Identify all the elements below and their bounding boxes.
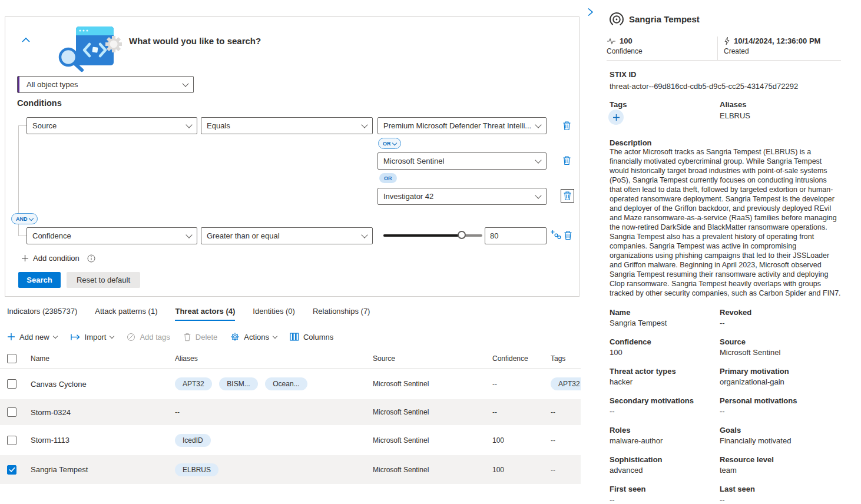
field-first-seen: First seen-- [610, 485, 720, 504]
condition1-value2-dropdown[interactable]: Microsoft Sentinel [377, 152, 547, 170]
table-row-canvas-cyclone[interactable]: Canvas Cyclone APT32 BISM... Ocean... Mi… [0, 369, 581, 400]
condition-connector-stub [18, 236, 27, 236]
expand-panel-chevron-right-icon[interactable] [586, 7, 594, 17]
add-tag-button[interactable] [608, 110, 624, 125]
add-tags-button[interactable]: Add tags [127, 333, 170, 341]
table-row-storm-0324[interactable]: Storm-0324 -- Microsoft Sentinel -- -- [0, 400, 581, 425]
details-stats: 100 Confidence 10/14/2024, 12:36:00 PM C… [607, 37, 841, 61]
slider-fill [383, 234, 462, 237]
row-confidence: -- [485, 380, 544, 388]
tags-label: Tags [610, 100, 627, 109]
stix-id-label: STIX ID [610, 70, 637, 79]
import-button[interactable]: Import [70, 333, 114, 341]
column-header-confidence[interactable]: Confidence [485, 354, 544, 363]
confidence-value-input[interactable] [485, 227, 547, 244]
description-text: The actor Microsoft tracks as Sangria Te… [610, 147, 841, 298]
aliases-value: ELBRUS [720, 111, 750, 120]
tag-pill[interactable]: APT32 [551, 377, 581, 390]
condition1-field-dropdown[interactable]: Source [27, 117, 197, 134]
alias-pill[interactable]: BISM... [219, 377, 257, 390]
row-aliases: APT32 BISM... Ocean... [168, 377, 366, 390]
chevron-down-icon [186, 121, 192, 128]
chevron-down-icon [28, 215, 33, 220]
delete-condition-value1-icon[interactable] [562, 121, 571, 131]
alias-pill[interactable]: APT32 [175, 377, 212, 390]
field-revoked: Revoked-- [720, 308, 841, 337]
row-checkbox[interactable] [7, 379, 16, 389]
plus-icon [21, 254, 29, 262]
import-arrow-icon [70, 333, 81, 341]
confidence-stat: 100 Confidence [607, 37, 710, 60]
collapse-panel-chevron-up-icon[interactable] [21, 37, 31, 43]
condition1-value3-dropdown[interactable]: Investigator 42 [377, 188, 547, 205]
reset-to-default-button[interactable]: Reset to default [67, 272, 140, 288]
table-row-storm-1113[interactable]: Storm-1113 IcedID Microsoft Sentinel 100… [0, 425, 581, 456]
row-tags: -- [544, 408, 581, 416]
row-checkbox[interactable] [7, 436, 16, 445]
condition1-operator-dropdown[interactable]: Equals [201, 117, 373, 134]
field-confidence: Confidence100 [610, 337, 720, 367]
row-confidence: -- [485, 408, 544, 416]
alias-pill[interactable]: IcedID [175, 434, 211, 447]
row-name[interactable]: Canvas Cyclone [24, 380, 168, 389]
alias-pill[interactable]: ELBRUS [175, 463, 218, 476]
column-header-tags[interactable]: Tags [544, 354, 581, 363]
row-name[interactable]: Sangria Tempest [24, 465, 168, 474]
info-icon[interactable] [87, 254, 95, 263]
field-secondary-motivations: Secondary motivations-- [610, 396, 720, 426]
chevron-down-icon [52, 334, 57, 339]
or-operator-pill[interactable]: OR [378, 138, 401, 149]
chevron-down-icon [535, 192, 541, 198]
delete-button[interactable]: Delete [183, 333, 218, 341]
tab-attack-patterns[interactable]: Attack patterns (1) [95, 307, 157, 321]
row-name[interactable]: Storm-1113 [24, 436, 168, 445]
plus-icon [612, 114, 620, 121]
search-builder-card: What would you like to search? All objec… [5, 16, 579, 297]
add-condition-button[interactable]: Add condition [21, 254, 95, 263]
condition-connector-stub [18, 125, 27, 126]
field-name: NameSangria Tempest [610, 308, 720, 337]
confidence-slider[interactable] [383, 230, 482, 241]
row-tags: -- [544, 466, 581, 474]
condition2-field-dropdown[interactable]: Confidence [27, 227, 197, 244]
delete-condition-value2-icon[interactable] [562, 155, 571, 165]
search-button[interactable]: Search [18, 272, 61, 288]
chevron-down-icon [182, 80, 188, 87]
chevron-down-icon [392, 140, 396, 145]
add-group-icon[interactable] [550, 230, 561, 240]
conditions-heading: Conditions [17, 98, 62, 108]
object-type-dropdown[interactable]: All object types [17, 76, 194, 93]
column-header-name[interactable]: Name [24, 354, 168, 363]
lightning-icon [724, 37, 730, 45]
actions-button[interactable]: Actions [230, 332, 277, 341]
condition1-value1-dropdown[interactable]: Premium Microsoft Defender Threat Intell… [377, 117, 547, 134]
trash-icon [183, 333, 191, 341]
row-source: Microsoft Sentinel [366, 436, 485, 445]
and-operator-pill[interactable]: AND [11, 213, 38, 224]
tab-threat-actors[interactable]: Threat actors (4) [175, 307, 235, 321]
threat-actor-icon [608, 11, 625, 30]
field-roles: Rolesmalware-author [610, 426, 720, 455]
field-threat-actor-types: Threat actor typeshacker [610, 367, 720, 396]
select-all-checkbox[interactable] [7, 354, 16, 363]
row-confidence: 100 [485, 436, 544, 445]
condition2-operator-dropdown[interactable]: Greater than or equal [201, 227, 373, 244]
tab-identities[interactable]: Identities (0) [253, 307, 295, 321]
created-stat-value: 10/14/2024, 12:36:00 PM [734, 37, 820, 45]
column-header-source[interactable]: Source [366, 354, 485, 363]
column-header-aliases[interactable]: Aliases [168, 354, 366, 363]
plus-icon [7, 333, 15, 341]
columns-button[interactable]: Columns [290, 333, 333, 341]
alias-pill[interactable]: Ocean... [265, 377, 307, 390]
delete-condition-value3-icon[interactable] [561, 189, 574, 203]
row-name[interactable]: Storm-0324 [24, 408, 168, 417]
row-checkbox-checked[interactable] [7, 465, 16, 475]
table-row-sangria-tempest[interactable]: Sangria Tempest ELBRUS Microsoft Sentine… [0, 456, 581, 484]
tab-relationships[interactable]: Relationships (7) [313, 307, 370, 321]
tab-indicators[interactable]: Indicators (2385737) [7, 307, 77, 321]
delete-condition2-icon[interactable] [564, 230, 572, 240]
details-panel: Sangria Tempest 100 Confidence 10/14/202… [581, 0, 861, 504]
add-new-button[interactable]: Add new [7, 333, 57, 341]
slider-thumb[interactable] [458, 231, 466, 239]
row-checkbox[interactable] [7, 407, 16, 417]
